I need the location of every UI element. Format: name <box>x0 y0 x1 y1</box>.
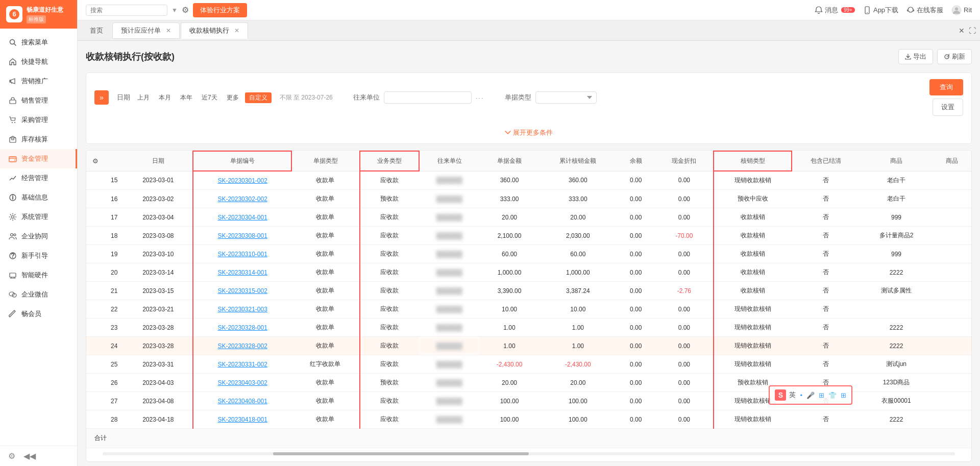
filter-custom-btn[interactable]: 自定义 <box>245 92 272 103</box>
svg-point-9 <box>14 160 15 161</box>
table-cell[interactable]: SK-20230418-001 <box>193 410 291 429</box>
filter-more-btn[interactable]: 更多 <box>224 92 242 103</box>
collapse-icon[interactable]: ◀◀ <box>23 451 36 461</box>
topbar-dropdown-icon[interactable]: ▼ <box>172 7 178 14</box>
col-settings[interactable]: ⚙ <box>86 151 105 171</box>
table-cell <box>933 190 971 208</box>
table-cell: 123D商品 <box>860 374 933 392</box>
filter-receipt-type-select[interactable] <box>535 91 597 104</box>
table-cell[interactable]: SK-20230328-002 <box>193 337 291 355</box>
sidebar-item-purchase[interactable]: 采购管理 <box>0 110 77 130</box>
table-cell: 0.00 <box>617 190 655 208</box>
filter-partner-input[interactable] <box>384 91 472 104</box>
table-cell[interactable]: SK-20230321-003 <box>193 300 291 318</box>
table-cell[interactable]: SK-20230304-001 <box>193 208 291 227</box>
table-cell[interactable]: SK-20230408-001 <box>193 392 291 410</box>
col-partner: 往来单位 <box>419 151 479 171</box>
tab-receipt[interactable]: 收款核销执行 ✕ <box>181 22 248 39</box>
table-cell: 否 <box>792 245 860 263</box>
col-biztype: 业务类型 <box>360 151 419 171</box>
refresh-btn[interactable]: 刷新 <box>937 49 972 64</box>
sidebar-item-sales-label: 销售管理 <box>21 96 48 105</box>
table-cell: 收款单 <box>291 227 360 245</box>
topbar-settings-icon[interactable]: ⚙ <box>182 5 189 15</box>
filter-this-month-btn[interactable]: 本月 <box>156 92 174 103</box>
chevron-down-icon <box>505 131 511 135</box>
app-download-item[interactable]: App下载 <box>863 6 898 15</box>
tab-expand-icon[interactable]: ⛶ <box>969 27 976 35</box>
logo-title: 畅康道好生意 <box>27 6 63 14</box>
sidebar-item-finance[interactable]: 资金管理 <box>0 149 77 168</box>
table-cell: 1.00 <box>540 337 617 355</box>
filter-this-year-btn[interactable]: 本年 <box>177 92 195 103</box>
table-cell: 20.00 <box>540 374 617 392</box>
filter-settings-btn[interactable]: 设置 <box>933 99 963 116</box>
table-cell[interactable]: SK-20230308-001 <box>193 227 291 245</box>
table-cell[interactable]: SK-20230403-002 <box>193 374 291 392</box>
table-cell: ██████ <box>419 263 479 282</box>
table-cell[interactable]: SK-20230315-002 <box>193 282 291 300</box>
svg-point-22 <box>908 7 913 12</box>
table-cell[interactable]: SK-20230331-002 <box>193 355 291 374</box>
sidebar-item-basic[interactable]: i 基础信息 <box>0 188 77 207</box>
user-item[interactable]: Rit <box>951 5 972 15</box>
table-cell: 收款单 <box>291 337 360 355</box>
table-footer: 合计 <box>86 429 971 448</box>
table-cell: 测试jun <box>860 355 933 374</box>
sidebar-item-hardware[interactable]: 智能硬件 <box>0 265 77 285</box>
filter-last-month-btn[interactable]: 上月 <box>134 92 153 103</box>
topbar: ▼ ⚙ 体验行业方案 消息 99+ App下载 在线客服 Rit <box>78 0 980 20</box>
horizontal-scrollbar[interactable] <box>103 452 955 455</box>
table-cell: 应收款 <box>360 410 419 429</box>
table-cell[interactable]: SK-20230310-001 <box>193 245 291 263</box>
sidebar-item-member[interactable]: 畅会员 <box>0 304 77 324</box>
query-btn[interactable]: 查询 <box>929 79 963 95</box>
sidebar-item-search[interactable]: 搜索菜单 <box>0 33 77 52</box>
industry-solution-btn[interactable]: 体验行业方案 <box>193 3 247 17</box>
table-cell[interactable]: SK-20230314-001 <box>193 263 291 282</box>
table-cell: 0.00 <box>617 208 655 227</box>
scrollbar-thumb[interactable] <box>273 452 529 455</box>
table-cell[interactable]: SK-20230328-001 <box>193 318 291 337</box>
col-date: 日期 <box>124 151 193 171</box>
table-cell: ██████ <box>419 374 479 392</box>
table-cell: 20.00 <box>479 374 540 392</box>
table-cell: 收款单 <box>291 410 360 429</box>
messages-item[interactable]: 消息 99+ <box>815 6 855 15</box>
col-verifytype: 核销类型 <box>714 151 792 171</box>
table-cell: 老白干 <box>860 171 933 190</box>
filter-expand-more-btn[interactable]: 展开更多条件 <box>94 128 963 137</box>
topbar-search-input[interactable] <box>86 5 167 16</box>
export-btn[interactable]: 导出 <box>898 49 933 64</box>
sidebar-menu: 搜索菜单 快捷导航 营销推广 销售管理 采购管理 <box>0 29 77 446</box>
tab-prepay[interactable]: 预计应应付单 ✕ <box>112 22 180 39</box>
table-cell[interactable]: SK-20230301-002 <box>193 171 291 190</box>
tab-close-all-icon[interactable]: ✕ <box>959 27 965 35</box>
table-cell: 否 <box>792 318 860 337</box>
table-cell: 1.00 <box>479 337 540 355</box>
tab-receipt-close[interactable]: ✕ <box>234 27 239 34</box>
filter-expand-btn[interactable]: » <box>94 90 109 105</box>
sidebar-item-guide[interactable]: ? 新手引导 <box>0 246 77 265</box>
sidebar-item-system[interactable]: 系统管理 <box>0 207 77 227</box>
table-cell: 应收款 <box>360 171 419 190</box>
sidebar-item-operation[interactable]: 经营管理 <box>0 168 77 188</box>
sidebar-item-inventory[interactable]: 库存核算 <box>0 130 77 149</box>
sidebar-item-shortcut[interactable]: 快捷导航 <box>0 52 77 71</box>
sidebar-item-marketing[interactable]: 营销推广 <box>0 71 77 91</box>
table-cell[interactable]: SK-20230302-002 <box>193 190 291 208</box>
table-cell: 预收中应收 <box>714 190 792 208</box>
sidebar-item-corp[interactable]: 企业协同 <box>0 227 77 246</box>
settings-icon[interactable]: ⚙ <box>8 451 15 461</box>
filter-last7-btn[interactable]: 近7天 <box>199 92 220 103</box>
sidebar-item-wechat[interactable]: 企业微信 <box>0 285 77 304</box>
sidebar-item-sales[interactable]: 销售管理 <box>0 91 77 110</box>
col-verified: 累计核销金额 <box>540 151 617 171</box>
tab-home[interactable]: 首页 <box>82 23 111 38</box>
table-cell <box>933 263 971 282</box>
table-cell <box>933 282 971 300</box>
tab-prepay-close[interactable]: ✕ <box>166 27 171 34</box>
online-service-item[interactable]: 在线客服 <box>906 6 943 15</box>
chart-icon <box>8 174 17 183</box>
table-container: ⚙ 日期 单据编号 单据类型 业务类型 往来单位 单据金额 累计核销金额 余额 … <box>86 150 972 462</box>
